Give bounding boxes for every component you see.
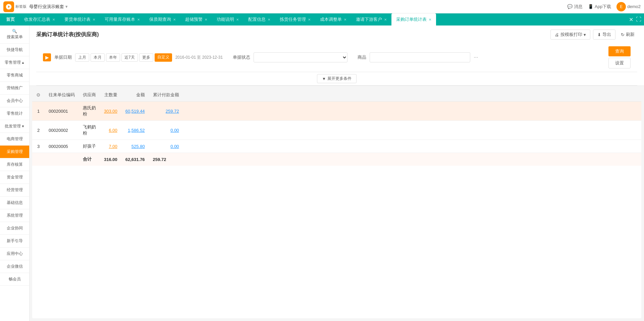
sidebar-item-label: 系统管理	[7, 213, 23, 218]
sidebar-item-new-guide[interactable]: 新手引导	[0, 235, 29, 248]
tab-receive-summary[interactable]: 收发存汇总表 ✕	[19, 13, 60, 25]
goods-input[interactable]	[370, 52, 470, 62]
sidebar-item-operation-mgmt[interactable]: 经营管理	[0, 184, 29, 197]
row-amount: 525.80	[121, 140, 149, 153]
sidebar-item-basic-info[interactable]: 基础信息	[0, 197, 29, 209]
org-chevron-icon: ▾	[65, 4, 68, 9]
sidebar-item-stock-check[interactable]: 库存核算	[0, 158, 29, 171]
tab-expiry-query[interactable]: 保质期查询 ✕	[145, 13, 180, 25]
close-all-tabs-icon[interactable]: ✕	[629, 16, 633, 23]
sidebar-item-wholesale-mgmt[interactable]: 批发管理 ▼	[0, 120, 29, 133]
sidebar-item-retail-stats[interactable]: 零售统计	[0, 107, 29, 120]
tab-close-icon[interactable]: ✕	[173, 18, 176, 21]
tab-label: 配置信息	[248, 16, 266, 22]
shortcut-more[interactable]: 更多	[139, 53, 153, 62]
sidebar-item-vip[interactable]: 畅会员	[0, 273, 29, 286]
col-unit-code: 往来单位编码	[45, 89, 79, 102]
sidebar-item-retail-mall[interactable]: 零售商城	[0, 69, 29, 82]
tab-close-icon[interactable]: ✕	[344, 18, 346, 21]
settings-button[interactable]: 设置	[608, 58, 631, 68]
query-button[interactable]: 查询	[608, 46, 631, 56]
table-container: ⚙ 往来单位编码 供应商 主数量 金额 累计付款金额 1 00020001 惠氏…	[32, 89, 641, 318]
row-quantity: 6.00	[100, 121, 121, 140]
tab-home[interactable]: 首页	[1, 13, 19, 25]
custom-date-badge[interactable]: 自定义	[155, 53, 172, 62]
tab-close-icon[interactable]: ✕	[205, 18, 207, 21]
tab-close-icon[interactable]: ✕	[429, 18, 431, 21]
sidebar-item-label: 经营管理	[7, 187, 23, 193]
tab-overstock-warning[interactable]: 超储预警 ✕	[180, 13, 212, 25]
footer-summary-label: 合计	[79, 153, 100, 166]
message-action[interactable]: 💬 消息	[567, 4, 583, 10]
sidebar-item-enterprise-collab[interactable]: 企业协同	[0, 222, 29, 235]
expand-more-button[interactable]: ▼ 展开更多条件	[317, 74, 357, 83]
app-download-action[interactable]: 📱 App下载	[588, 4, 611, 10]
tab-label: 采购订单统计表	[396, 16, 427, 22]
tab-pick-task[interactable]: 拣货任务管理 ✕	[275, 13, 315, 25]
main-layout: 🔍 搜索菜单 快捷导航 零售管理 ▲ 零售商城 营销推广 会员中心 零售统计 批…	[0, 25, 644, 321]
sidebar-item-purchase-mgmt[interactable]: 采购管理	[0, 146, 29, 158]
tab-close-icon[interactable]: ✕	[137, 18, 140, 21]
tab-label: 功能说明	[217, 16, 234, 22]
org-selector[interactable]: 母婴行业演示账套 ▾	[29, 4, 68, 10]
footer-amount: 62,631.76	[121, 153, 149, 166]
print-button[interactable]: 🖨 按模板打印 ▾	[550, 30, 590, 40]
tab-available-stock[interactable]: 可用量库存账本 ✕	[100, 13, 145, 25]
filter-area: ▶ 单据日期 上月 本月 本年 近7天 更多 自定义 2016-01-01 至 …	[36, 43, 637, 72]
row-supplier: 惠氏奶粉	[79, 102, 100, 121]
gear-icon[interactable]: ⚙	[36, 92, 41, 98]
tab-goods-summary[interactable]: 要货单统计表 ✕	[60, 13, 100, 25]
avatar-initials: E	[620, 4, 623, 9]
tab-cost-adjust[interactable]: 成本调整单 ✕	[315, 13, 351, 25]
sidebar-item-label: 营销推广	[7, 85, 23, 91]
page-actions: 🖨 按模板打印 ▾ ⬇ 导出 ↻ 刷新	[550, 30, 637, 40]
footer-empty2	[183, 153, 641, 166]
tab-config-info[interactable]: 配置信息 ✕	[244, 13, 275, 25]
sidebar-item-fund-mgmt[interactable]: 资金管理	[0, 171, 29, 184]
date-shortcuts: 上月 本月 本年 近7天 更多 自定义	[75, 53, 172, 62]
expand-icon: ▲	[21, 61, 25, 64]
tab-close-icon[interactable]: ✕	[308, 18, 311, 21]
sidebar-item-marketing[interactable]: 营销推广	[0, 82, 29, 95]
refresh-button[interactable]: ↻ 刷新	[618, 30, 637, 39]
top-bar-left: 标签版 母婴行业演示账套 ▾	[3, 1, 68, 12]
tab-invite-downstream[interactable]: 邀请下游客户 ✕	[351, 13, 391, 25]
app-icon: 📱	[588, 4, 593, 9]
row-extra	[183, 121, 641, 140]
tab-close-icon[interactable]: ✕	[52, 18, 55, 21]
sidebar-item-ecommerce[interactable]: 电商管理	[0, 133, 29, 146]
sidebar-item-enterprise-wechat[interactable]: 企业微信	[0, 260, 29, 273]
page-title: 采购订单统计表(按供应商)	[36, 31, 99, 38]
export-icon: ⬇	[597, 32, 601, 37]
tab-close-icon[interactable]: ✕	[93, 18, 95, 21]
expand-tabs-icon[interactable]: ⛶	[636, 16, 641, 22]
date-label: 单据日期	[54, 54, 72, 60]
user-profile[interactable]: E demo2	[616, 2, 641, 11]
sidebar-item-search[interactable]: 🔍 搜索菜单	[0, 25, 29, 44]
logo-icon	[3, 1, 14, 12]
goods-more-icon[interactable]: ···	[474, 54, 478, 60]
export-button[interactable]: ⬇ 导出	[593, 30, 615, 40]
tab-close-icon[interactable]: ✕	[384, 18, 387, 21]
tab-purchase-summary[interactable]: 采购订单统计表 ✕	[391, 13, 436, 25]
logo-text: 标签版	[15, 4, 26, 9]
sidebar-item-member-center[interactable]: 会员中心	[0, 95, 29, 107]
print-icon: 🖨	[555, 32, 559, 37]
shortcut-last-month[interactable]: 上月	[75, 53, 89, 62]
tab-close-icon[interactable]: ✕	[268, 18, 270, 21]
tab-close-icon[interactable]: ✕	[236, 18, 239, 21]
nav-tabs-right: ✕ ⛶	[629, 16, 643, 23]
sidebar-item-system-mgmt[interactable]: 系统管理	[0, 209, 29, 222]
tab-function-desc[interactable]: 功能说明 ✕	[212, 13, 244, 25]
sidebar-item-app-center[interactable]: 应用中心	[0, 248, 29, 260]
sidebar-item-label: 企业协同	[7, 225, 23, 231]
shortcut-this-year[interactable]: 本年	[106, 53, 120, 62]
col-supplier: 供应商	[79, 89, 100, 102]
sidebar-item-retail-mgmt[interactable]: 零售管理 ▲	[0, 56, 29, 69]
sidebar-item-quick-nav[interactable]: 快捷导航	[0, 44, 29, 56]
filter-collapse-button[interactable]: ▶	[43, 53, 51, 61]
sidebar-item-label: 采购管理	[7, 149, 23, 155]
shortcut-this-month[interactable]: 本月	[91, 53, 105, 62]
shortcut-7days[interactable]: 近7天	[121, 53, 138, 62]
status-select[interactable]	[254, 52, 347, 62]
